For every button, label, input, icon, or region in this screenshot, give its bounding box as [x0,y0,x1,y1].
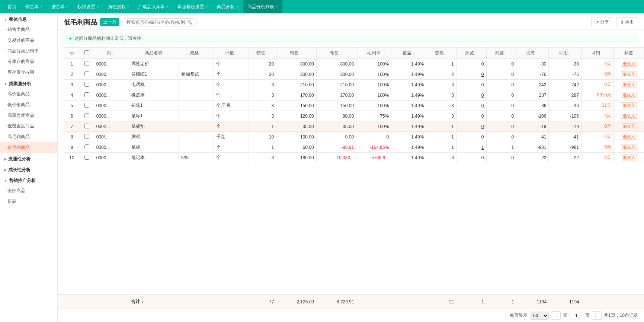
nav-template-close[interactable]: × [206,0,208,13]
nav-template-settings[interactable]: 单据模板设置 × [173,0,212,13]
search-icon[interactable]: 🔍 [187,20,193,25]
col-settings[interactable]: ⚙ [64,48,80,59]
nav-home[interactable]: 首页 [3,0,21,13]
row-check-8[interactable] [84,134,89,139]
sidebar-group-growth[interactable]: ▶ 成长性分析 [0,164,57,175]
row-check-3[interactable] [84,82,89,87]
export-button[interactable]: ⬇ 导出 [616,17,638,27]
search-input[interactable] [126,20,186,25]
row-checkbox[interactable] [80,101,94,111]
row-settings: 5 [64,101,80,111]
sidebar-group-cluster[interactable]: ▼ 类聚量分析 [0,78,57,89]
row-tag: 低收入 [614,69,644,80]
nav-role-close[interactable]: × [127,0,129,13]
row-check-7[interactable] [84,124,89,128]
footer-total: 合计： 77 2,125.00 -8,723.91 [58,294,644,309]
sidebar-item-stock-fund[interactable]: 库存资金占用 [0,67,57,78]
page-input[interactable] [570,312,583,319]
nav-permission[interactable]: 权限设置 × [73,0,103,13]
nav-product-warehouse-close[interactable]: × [166,0,169,13]
row-sale-days: 8610天 [581,90,613,101]
row-check-5[interactable] [84,103,89,108]
row-coverage: 1.49% [391,111,426,121]
table-container[interactable]: ⚙ 商... 商品名称 规格... 计量... 销售... 销售... 销售..… [58,47,644,294]
sidebar-item-low-coverage[interactable]: 低覆盖度商品 [0,121,57,131]
row-view1[interactable]: 0 [456,80,486,90]
row-tag: 低收入 [614,59,644,69]
nav-sales-order[interactable]: 销货单 × [21,0,47,13]
nav-product-analysis-list[interactable]: 商品分析列表 × [243,0,282,13]
per-page-select[interactable]: 50 100 [530,312,549,320]
row-checkbox[interactable] [80,90,94,101]
filter-tag-month[interactable]: 近一月 [100,18,119,26]
row-check-2[interactable] [84,71,89,76]
row-view1[interactable]: 0 [456,153,486,163]
pagination-bar: 每页显示 50 100 〈 第 页 〉 共1页，10条记录 [58,309,644,322]
sidebar-item-high-coverage[interactable]: 高覆盖度商品 [0,110,57,121]
nav-purchase-order[interactable]: 进货单 × [47,0,73,13]
table-row: 2 0000... 吴细细1 参加复试 个 30 300.00 300.00 1… [64,69,644,80]
sidebar-group-marketing[interactable]: ▼ 营销推广分析 [0,175,57,185]
nav-product-warehouse[interactable]: 产成品入库单 × [134,0,173,13]
sidebar-group-marketing-arrow: ▼ [4,179,7,183]
tag-badge: 低收入 [621,61,637,67]
sidebar-item-high-value[interactable]: 高价值商品 [0,89,57,99]
col-gross-rate: 毛利率 [356,48,391,59]
sidebar-item-low-value[interactable]: 低价值商品 [0,99,57,110]
row-checkbox[interactable] [80,80,94,90]
sidebar-item-category-rate[interactable]: 商品分类助销率 [0,46,57,57]
row-view1[interactable]: 0 [456,59,486,69]
row-coverage: 1.49% [391,101,426,111]
nav-sales-order-close[interactable]: × [40,0,42,13]
sidebar-item-all-goods[interactable]: 全部商品 [0,185,57,196]
row-sale-amt: 150.00 [276,101,317,111]
row-view1[interactable]: 1 [456,142,486,153]
row-sale-profit: 35.00 [316,121,356,132]
row-check-10[interactable] [84,155,89,160]
row-checkbox[interactable] [80,121,94,132]
row-checkbox[interactable] [80,69,94,80]
row-view1[interactable]: 0 [456,69,486,80]
select-all-checkbox[interactable] [84,50,89,55]
row-avail-stock: -106 [549,111,581,121]
sidebar-group-flow[interactable]: ▶ 流通性分析 [0,153,57,164]
row-view1[interactable]: 0 [456,132,486,142]
nav-purchase-close[interactable]: × [66,0,68,13]
row-unit: 个 [214,153,249,163]
nav-role-auth[interactable]: 角色授权 × [103,0,134,13]
sidebar-item-traded-goods[interactable]: 交易过的商品 [0,35,57,46]
sidebar-item-stock-goods[interactable]: 有库存的商品 [0,56,57,67]
row-view1[interactable]: 0 [456,111,486,121]
sidebar-item-sales-goods[interactable]: 销售类商品 [0,24,57,35]
nav-product-analysis-list-close[interactable]: × [276,0,278,13]
row-check-1[interactable] [84,61,89,66]
row-current-stock: -22 [516,153,549,163]
row-view2: 1 [486,142,516,153]
col-checkbox-all[interactable] [80,48,94,59]
row-checkbox[interactable] [80,142,94,153]
sidebar-item-new-goods[interactable]: 新品 [0,196,57,207]
row-name: 电话机 [129,80,179,90]
row-checkbox[interactable] [80,111,94,121]
row-view1[interactable]: 0 [456,101,486,111]
row-check-9[interactable] [84,144,89,149]
row-check-6[interactable] [84,113,89,118]
share-button[interactable]: ↗ 分享 [591,17,613,27]
row-view1[interactable]: 0 [456,121,486,132]
sidebar-group-overall[interactable]: ▼ 整体信息 [0,13,57,24]
row-checkbox[interactable] [80,132,94,142]
nav-permission-close[interactable]: × [97,0,99,13]
sidebar-item-low-profit[interactable]: 低毛利商品 [0,142,57,153]
row-code: 000/... [94,132,129,142]
total-sale-qty: 77 [269,299,274,305]
next-page-btn[interactable]: 〉 [592,311,602,320]
nav-product-analysis[interactable]: 商品分析 × [212,0,243,13]
prev-page-btn[interactable]: 〈 [551,311,561,320]
row-view1[interactable]: 0 [456,90,486,101]
row-check-4[interactable] [84,92,89,97]
search-box[interactable]: 🔍 [122,18,197,26]
row-checkbox[interactable] [80,59,94,69]
nav-product-analysis-close[interactable]: × [236,0,238,13]
sidebar-item-high-profit[interactable]: 高毛利商品 [0,131,57,142]
row-checkbox[interactable] [80,153,94,163]
